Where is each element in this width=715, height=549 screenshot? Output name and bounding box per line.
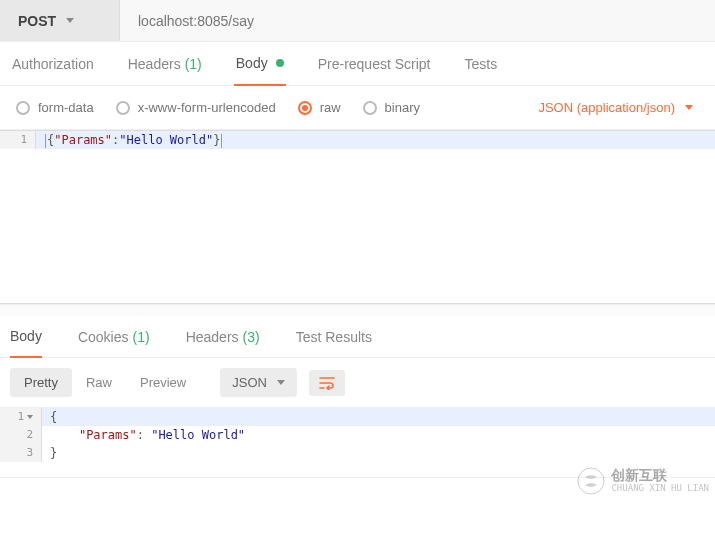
view-pretty-button[interactable]: Pretty [10, 368, 72, 397]
radio-icon [116, 101, 130, 115]
line-number: 1 [0, 408, 42, 426]
resp-tab-body[interactable]: Body [10, 316, 42, 358]
http-method-label: POST [18, 13, 56, 29]
code-line: "Params": "Hello World" [42, 426, 715, 444]
line-number: 1 [0, 131, 36, 149]
url-text: localhost:8085/say [138, 13, 254, 29]
tab-body[interactable]: Body [234, 42, 286, 86]
chevron-down-icon [685, 105, 693, 110]
url-input[interactable]: localhost:8085/say [120, 0, 715, 41]
chevron-down-icon [277, 380, 285, 385]
resp-headers-count: (3) [243, 329, 260, 345]
tab-authorization[interactable]: Authorization [10, 42, 96, 86]
code-line: {"Params":"Hello World"} [36, 131, 715, 149]
tab-prerequest[interactable]: Pre-request Script [316, 42, 433, 86]
radio-icon [298, 101, 312, 115]
radio-icon [363, 101, 377, 115]
fold-icon [27, 415, 33, 419]
radio-urlencoded[interactable]: x-www-form-urlencoded [116, 100, 276, 115]
code-line: } [42, 444, 715, 462]
request-body-editor[interactable]: 1 {"Params":"Hello World"} [0, 130, 715, 304]
code-line: { [42, 408, 715, 426]
view-raw-button[interactable]: Raw [72, 368, 126, 397]
line-number: 3 [0, 444, 42, 462]
resp-tab-cookies[interactable]: Cookies (1) [78, 316, 150, 358]
content-type-selector[interactable]: JSON (application/json) [538, 100, 699, 115]
response-body-editor[interactable]: 1 { 2 "Params": "Hello World" 3 } 创新互联 C… [0, 408, 715, 478]
headers-count: (1) [185, 56, 202, 72]
view-preview-button[interactable]: Preview [126, 368, 200, 397]
tab-headers[interactable]: Headers (1) [126, 42, 204, 86]
http-method-selector[interactable]: POST [0, 0, 120, 41]
resp-tab-test-results[interactable]: Test Results [296, 316, 372, 358]
wrap-lines-button[interactable] [309, 370, 345, 396]
wrap-icon [319, 376, 335, 390]
chevron-down-icon [66, 18, 74, 23]
watermark: 创新互联 CHUANG XIN HU LIAN [577, 467, 709, 478]
logo-icon [577, 467, 605, 478]
body-modified-dot-icon [276, 59, 284, 67]
radio-form-data[interactable]: form-data [16, 100, 94, 115]
line-number: 2 [0, 426, 42, 444]
radio-raw[interactable]: raw [298, 100, 341, 115]
radio-icon [16, 101, 30, 115]
cookies-count: (1) [133, 329, 150, 345]
resp-tab-headers[interactable]: Headers (3) [186, 316, 260, 358]
radio-binary[interactable]: binary [363, 100, 420, 115]
tab-tests[interactable]: Tests [463, 42, 500, 86]
response-lang-selector[interactable]: JSON [220, 368, 297, 397]
